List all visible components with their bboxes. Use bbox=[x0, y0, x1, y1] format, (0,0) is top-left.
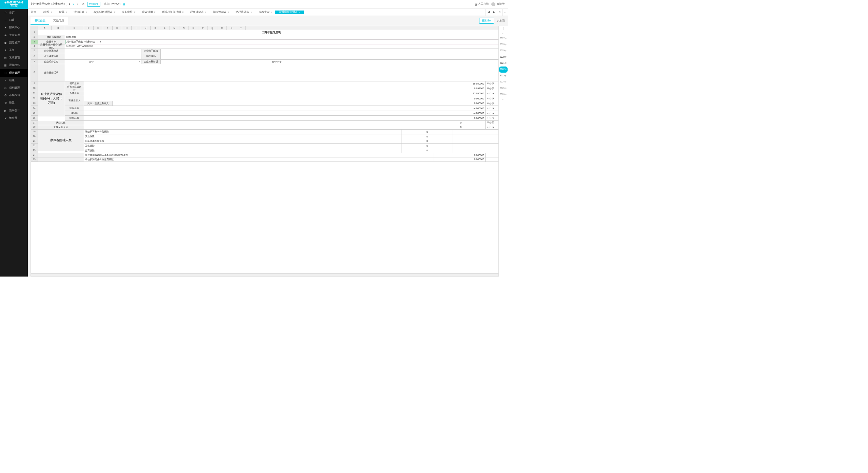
add-icon[interactable]: + bbox=[76, 2, 79, 7]
value-cell[interactable]: 0.000000 bbox=[84, 96, 486, 101]
row-header[interactable]: 2 bbox=[31, 35, 38, 39]
close-icon[interactable]: ✕ bbox=[205, 11, 206, 14]
col-header-F[interactable]: F bbox=[103, 26, 113, 30]
row-header[interactable]: 19 bbox=[31, 130, 38, 134]
sidebar-item-6[interactable]: ▤发票管理 bbox=[0, 54, 28, 61]
period-value[interactable]: 2022年度 bbox=[65, 35, 505, 39]
close-icon[interactable]: ✕ bbox=[228, 11, 230, 14]
col-header-P[interactable]: P bbox=[198, 26, 208, 30]
subtab-0[interactable]: 基础信息 bbox=[31, 17, 49, 25]
year-2025年[interactable]: 2025年 bbox=[499, 85, 508, 91]
value-cell[interactable]: 18.050000 bbox=[84, 81, 486, 86]
old-version-button[interactable]: 切到旧版 bbox=[87, 2, 100, 6]
sidebar-item-0[interactable]: ⌂首页 bbox=[0, 9, 28, 16]
sidebar-item-4[interactable]: ▣固定资产 bbox=[0, 39, 28, 46]
sheet-body[interactable]: 1工商年报信息表2税款所属期间：2022年度3企业名称刘小艳演示账套（勿删勿动！… bbox=[31, 30, 505, 273]
tab-prev[interactable]: ◀ bbox=[486, 9, 491, 16]
tab-9[interactable]: 纳税波动表✕ bbox=[210, 11, 233, 14]
sidebar-item-11[interactable]: G小畅报销 bbox=[0, 92, 28, 99]
row-header[interactable]: 20 bbox=[31, 134, 38, 139]
sidebar-item-5[interactable]: ¥工资 bbox=[0, 46, 28, 54]
year-down[interactable]: ﹀ bbox=[499, 98, 508, 102]
subtab-1[interactable]: 其他信息 bbox=[49, 17, 68, 25]
sidebar-item-2[interactable]: ✦报表中心 bbox=[0, 24, 28, 31]
tab-3[interactable]: 进销台账✕ bbox=[70, 11, 90, 14]
row-header[interactable]: 14 bbox=[31, 106, 38, 111]
year-collapse[interactable]: ⟨ bbox=[499, 26, 508, 31]
year-2026年[interactable]: 2026年 bbox=[499, 91, 508, 97]
tab-8[interactable]: 税负波动表✕ bbox=[187, 11, 210, 14]
close-icon[interactable]: ✕ bbox=[182, 11, 184, 14]
sidebar-item-3[interactable]: ⊕资金管理 bbox=[0, 31, 28, 39]
close-icon[interactable]: ✕ bbox=[134, 11, 136, 14]
col-header-H[interactable]: H bbox=[122, 26, 132, 30]
col-header-K[interactable]: K bbox=[151, 26, 160, 30]
user-menu[interactable]: 徐泽华 bbox=[491, 2, 505, 6]
col-header-M[interactable]: M bbox=[170, 26, 179, 30]
empty[interactable] bbox=[453, 134, 505, 139]
col-header-I[interactable]: I bbox=[132, 26, 141, 30]
col-header-J[interactable]: J bbox=[141, 26, 151, 30]
close-icon[interactable]: ✕ bbox=[271, 11, 272, 14]
year-2020年[interactable]: 2020年 bbox=[499, 54, 508, 60]
year-2021年[interactable]: 2021年 bbox=[499, 60, 508, 66]
year-2018年[interactable]: 2018年 bbox=[499, 41, 508, 48]
row-header[interactable]: 10 bbox=[31, 86, 38, 91]
zip-input[interactable] bbox=[161, 53, 505, 60]
tab-1[interactable]: <申报✕ bbox=[40, 11, 56, 14]
year-up[interactable]: ︿ bbox=[499, 31, 508, 35]
value-cell[interactable]: 12.050000 bbox=[84, 91, 486, 96]
col-header-L[interactable]: L bbox=[160, 26, 170, 30]
tab-2[interactable]: 发票✕ bbox=[56, 11, 70, 14]
row-header[interactable]: 4 bbox=[31, 44, 38, 49]
phone-input[interactable] bbox=[65, 49, 142, 53]
ins-value[interactable]: 0 bbox=[401, 144, 453, 148]
row-header[interactable]: 22 bbox=[31, 144, 38, 148]
row-header[interactable]: 6 bbox=[31, 53, 38, 60]
company-name-input[interactable]: 刘小艳演示账套（勿删勿动！）1 bbox=[65, 40, 505, 44]
ins-value[interactable]: 0 bbox=[401, 130, 453, 134]
col-header-Q[interactable]: Q bbox=[208, 26, 217, 30]
row-header[interactable]: 24 bbox=[31, 153, 38, 157]
sidebar-item-13[interactable]: ▶新手引导 bbox=[0, 107, 28, 114]
value-cell[interactable]: -4.000000 bbox=[84, 106, 486, 111]
holding-select[interactable]: 私营企业▼ bbox=[161, 60, 505, 64]
tab-4[interactable]: 存货别名对照表✕ bbox=[91, 11, 119, 14]
row-header[interactable]: 3 bbox=[31, 40, 38, 44]
year-2024年[interactable]: 2024年 bbox=[499, 79, 508, 85]
col-header-D[interactable]: D bbox=[84, 26, 94, 30]
sidebar-item-1[interactable]: ☰总账 bbox=[0, 16, 28, 24]
year-2023年[interactable]: 2023年 bbox=[499, 73, 508, 79]
close-icon[interactable]: ✕ bbox=[65, 11, 67, 14]
support-button[interactable]: 🎧人工咨询 bbox=[474, 2, 489, 6]
empty[interactable] bbox=[453, 144, 505, 148]
select-all-corner[interactable] bbox=[31, 26, 38, 30]
year-2017年[interactable]: 2017年 bbox=[499, 35, 508, 41]
account-selector[interactable]: 刘小艳演示账套（勿删勿动！）1 ∨ bbox=[31, 2, 74, 6]
col-header-E[interactable]: E bbox=[94, 26, 103, 30]
value-cell[interactable]: -4.000000 bbox=[84, 111, 486, 116]
ins-value[interactable]: 0 bbox=[401, 134, 453, 139]
row-header[interactable]: 7 bbox=[31, 60, 38, 64]
ins-value[interactable]: 0 bbox=[401, 139, 453, 144]
close-icon[interactable]: ✕ bbox=[251, 11, 252, 14]
row-header[interactable]: 5 bbox=[31, 49, 38, 53]
tab-close-all[interactable]: ✕ bbox=[497, 9, 502, 16]
sidebar-item-14[interactable]: V畅会员 bbox=[0, 114, 28, 122]
row-header[interactable]: 13 bbox=[31, 101, 38, 106]
email-input[interactable] bbox=[161, 49, 505, 53]
base-value[interactable]: 0.000000 bbox=[434, 157, 486, 162]
col-header-T[interactable]: T bbox=[236, 26, 246, 30]
reset-report-button[interactable]: 重置报表 bbox=[479, 18, 494, 24]
col-header-O[interactable]: O bbox=[189, 26, 198, 30]
calendar-icon[interactable]: ▦ bbox=[123, 3, 125, 6]
sidebar-item-7[interactable]: ▦进销台账 bbox=[0, 61, 28, 69]
close-icon[interactable]: ✕ bbox=[299, 11, 300, 14]
close-icon[interactable]: ✕ bbox=[51, 11, 53, 14]
row-header[interactable]: 18 bbox=[31, 125, 38, 129]
row-header[interactable]: 25 bbox=[31, 157, 38, 162]
col-header-R[interactable]: R bbox=[217, 26, 227, 30]
reg-code-value[interactable]: 91320811MA7NGR2W6R bbox=[65, 44, 505, 49]
close-icon[interactable]: ✕ bbox=[85, 11, 87, 14]
empty[interactable] bbox=[453, 130, 505, 134]
